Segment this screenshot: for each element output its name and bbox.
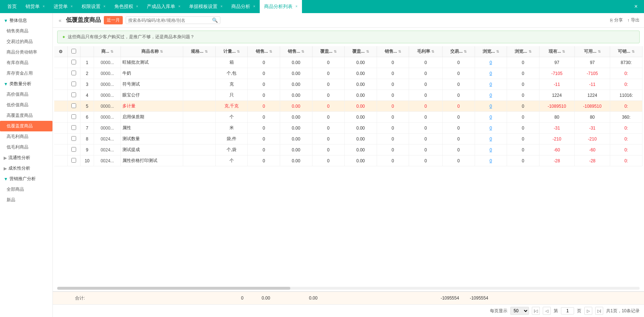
row-checkbox[interactable] <box>71 158 76 163</box>
row-browse1-cell[interactable]: 0 <box>475 112 507 123</box>
browse2-column-header[interactable]: 浏览... ⇅ <box>507 46 539 57</box>
settings-column-header[interactable]: ⚙ <box>54 46 67 57</box>
close-icon[interactable]: × <box>136 0 138 13</box>
sidebar-item-low-profit[interactable]: 低毛利商品 <box>0 142 52 152</box>
row-browse1-cell[interactable]: 0 <box>475 155 507 166</box>
nav-tab-purchase[interactable]: 进货单 × <box>49 0 77 13</box>
row-checkbox[interactable] <box>71 71 76 75</box>
search-input[interactable] <box>128 18 212 23</box>
row-checkbox[interactable] <box>71 82 76 86</box>
sidebar-item-high-profit[interactable]: 高毛利商品 <box>0 131 52 142</box>
page-size-select[interactable]: 50 100 200 <box>510 307 529 315</box>
row-name-cell[interactable]: 属性 <box>121 123 183 134</box>
sidebar-group-marketing[interactable]: ▼ 营销推广分析 <box>0 174 52 184</box>
sidebar-item-new-products[interactable]: 新品 <box>0 195 52 205</box>
row-browse1-cell[interactable]: 0 <box>475 101 507 112</box>
row-browse1-cell[interactable]: 0 <box>475 123 507 134</box>
sellable-column-header[interactable]: 可销... ⇅ <box>610 46 643 57</box>
row-name-cell[interactable]: 牛奶 <box>121 68 183 79</box>
row-browse1-cell[interactable]: 0 <box>475 79 507 90</box>
first-page-button[interactable]: |◁ <box>532 307 540 315</box>
current-column-header[interactable]: 现有... ⇅ <box>539 46 574 57</box>
row-checkbox-cell[interactable] <box>67 112 80 123</box>
time-filter-button[interactable]: 近一月 <box>104 16 123 24</box>
row-checkbox-cell[interactable] <box>67 123 80 134</box>
sales-amt-column-header[interactable]: 销售... ⇅ <box>280 46 313 57</box>
page-number-input[interactable] <box>561 307 574 314</box>
last-page-button[interactable]: ▷| <box>595 307 603 315</box>
unit-column-header[interactable]: 计量... ⇅ <box>215 46 248 57</box>
select-all-checkbox[interactable] <box>71 49 76 54</box>
nav-tab-template[interactable]: 单据模板设置 × <box>185 0 227 13</box>
row-checkbox[interactable] <box>71 92 76 97</box>
close-icon[interactable]: × <box>295 0 298 13</box>
scrollbar-thumb[interactable] <box>57 287 290 290</box>
gross-margin-column-header[interactable]: 毛利率 ⇅ <box>409 46 443 57</box>
spec-column-header[interactable]: 规格... ⇅ <box>183 46 216 57</box>
sidebar-group-circulation[interactable]: ▶ 流通性分析 <box>0 152 52 163</box>
cov2-column-header[interactable]: 覆盖... ⇅ <box>345 46 377 57</box>
row-checkbox-cell[interactable] <box>67 57 80 68</box>
checkbox-column-header[interactable] <box>67 46 80 57</box>
close-icon[interactable]: × <box>220 0 223 13</box>
window-close-button[interactable]: × <box>631 1 641 12</box>
sidebar-item-in-stock[interactable]: 有库存商品 <box>0 58 52 68</box>
prev-page-button[interactable]: ◁ <box>543 307 551 315</box>
row-name-cell[interactable]: 符号测试 <box>121 79 183 90</box>
row-browse1-cell[interactable]: 0 <box>475 144 507 155</box>
close-icon[interactable]: × <box>43 0 45 13</box>
sidebar-item-all-products[interactable]: 全部商品 <box>0 184 52 195</box>
row-checkbox[interactable] <box>71 103 76 108</box>
sidebar-item-stock-capital[interactable]: 库存资金占用 <box>0 68 52 79</box>
sidebar-item-high-coverage[interactable]: 高覆盖度商品 <box>0 110 52 121</box>
row-checkbox[interactable] <box>71 136 76 141</box>
row-checkbox-cell[interactable] <box>67 134 80 144</box>
nav-tab-permissions[interactable]: 权限设置 × <box>77 0 110 13</box>
nav-tab-roles[interactable]: 角色授权 × <box>110 0 143 13</box>
row-checkbox-cell[interactable] <box>67 144 80 155</box>
trade-column-header[interactable]: 交易... ⇅ <box>443 46 475 57</box>
row-name-cell[interactable]: 测试提成 <box>121 144 183 155</box>
sidebar-item-sales-products[interactable]: 销售类商品 <box>0 26 52 36</box>
row-name-cell[interactable]: 眼宝公仔 <box>121 90 183 101</box>
nav-tab-sales[interactable]: 销货单 × <box>21 0 49 13</box>
cov1-column-header[interactable]: 覆盖... ⇅ <box>312 46 345 57</box>
row-browse1-cell[interactable]: 0 <box>475 68 507 79</box>
row-checkbox-cell[interactable] <box>67 68 80 79</box>
nav-tab-product-analysis[interactable]: 商品分析 × <box>227 0 260 13</box>
sidebar-item-traded-products[interactable]: 交易过的商品 <box>0 36 52 47</box>
row-checkbox[interactable] <box>71 125 76 130</box>
sidebar-group-quantity-analysis[interactable]: ▼ 类数量分析 <box>0 79 52 89</box>
sidebar-item-high-value[interactable]: 高价值商品 <box>0 89 52 100</box>
export-button[interactable]: ↑ 导出 <box>627 17 640 23</box>
row-checkbox-cell[interactable] <box>67 79 80 90</box>
row-checkbox-cell[interactable] <box>67 101 80 112</box>
code-column-header[interactable]: 商... ⇅ <box>94 46 121 57</box>
sidebar-item-low-value[interactable]: 低价值商品 <box>0 100 52 110</box>
browse1-column-header[interactable]: 浏览... ⇅ <box>475 46 507 57</box>
sidebar-collapse-button[interactable]: « <box>57 17 63 24</box>
sidebar-item-category-rate[interactable]: 商品分类动销率 <box>0 47 52 58</box>
available-column-header[interactable]: 可用... ⇅ <box>574 46 610 57</box>
sidebar-group-growth[interactable]: ▶ 成长性分析 <box>0 163 52 174</box>
row-checkbox[interactable] <box>71 60 76 64</box>
row-browse1-cell[interactable]: 0 <box>475 90 507 101</box>
nav-tab-home[interactable]: 首页 <box>3 0 21 13</box>
row-browse1-cell[interactable]: 0 <box>475 134 507 144</box>
close-icon[interactable]: × <box>178 0 180 13</box>
horizontal-scrollbar[interactable] <box>57 287 640 290</box>
row-checkbox[interactable] <box>71 114 76 119</box>
close-icon[interactable]: × <box>71 0 73 13</box>
row-name-cell[interactable]: 启用保质期 <box>121 112 183 123</box>
nav-tab-production[interactable]: 产成品入库单 × <box>142 0 185 13</box>
nav-tab-product-analysis-list[interactable]: 商品分析列表 × <box>260 0 302 13</box>
share-button[interactable]: ⎘ 分享 <box>610 17 623 23</box>
row-browse1-cell[interactable]: 0 <box>475 57 507 68</box>
row-name-cell[interactable]: 旺辅批次测试 <box>121 57 183 68</box>
sidebar-item-low-coverage[interactable]: 低覆盖度商品 <box>0 121 52 131</box>
row-checkbox[interactable] <box>71 147 76 152</box>
row-checkbox-cell[interactable] <box>67 155 80 166</box>
row-checkbox-cell[interactable] <box>67 90 80 101</box>
row-name-cell[interactable]: 属性价格打印测试 <box>121 155 183 166</box>
row-name-cell[interactable]: 测试数量 <box>121 134 183 144</box>
